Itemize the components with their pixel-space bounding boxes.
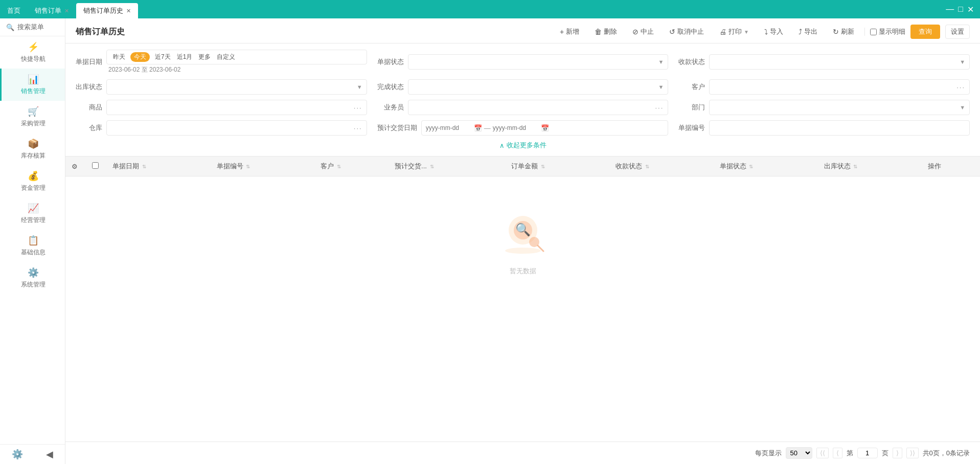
filter-complete-status-control[interactable]: ▼	[408, 79, 669, 95]
sidebar-item-base-info-label: 基础信息	[21, 248, 45, 257]
close-button[interactable]: ✕	[967, 5, 974, 14]
new-button[interactable]: + 新增	[555, 25, 584, 38]
tab-home[interactable]: 首页	[0, 3, 28, 18]
search-icon: 🔍	[6, 24, 14, 31]
page-size-select[interactable]: 10 20 50 100	[786, 447, 812, 459]
filter-row-1: 单据日期 昨天 今天 近7天 近1月 更多 自定义 2023-06-02 至 2…	[76, 50, 970, 74]
tab-sales-order-history[interactable]: 销售订单历史 ✕	[76, 3, 138, 18]
cancel-stop-button[interactable]: ↺ 取消中止	[664, 25, 709, 38]
cancel-stop-icon: ↺	[669, 28, 675, 36]
toolbar-divider	[864, 28, 865, 36]
warehouse-dots-icon: ···	[354, 124, 362, 132]
filter-delivery-date-control[interactable]: 📅 — 📅	[421, 120, 669, 136]
date-yesterday-btn[interactable]: 昨天	[113, 53, 125, 61]
table-settings-icon[interactable]: ⚙	[72, 163, 78, 170]
total-records-text: 共0页，0条记录	[923, 449, 970, 458]
filter-customer-control[interactable]: ···	[709, 79, 970, 95]
calendar-start-icon[interactable]: 📅	[474, 124, 482, 132]
sidebar-item-purchase-mgmt-label: 采购管理	[21, 119, 45, 128]
sidebar-settings-button[interactable]: ⚙️	[12, 449, 23, 460]
th-delivery-date-label: 预计交货...	[395, 162, 427, 170]
th-out-status-label: 出库状态	[824, 162, 851, 170]
page-number-input[interactable]	[857, 448, 878, 458]
query-label: 查询	[919, 27, 932, 36]
filter-date-control[interactable]: 昨天 今天 近7天 近1月 更多 自定义	[106, 50, 367, 64]
collapse-btn[interactable]: ∧ 收起更多条件	[76, 141, 970, 150]
settings-button[interactable]: 设置	[945, 25, 970, 39]
th-payment-status[interactable]: 收款状态 ⇅	[609, 157, 714, 176]
print-label: 打印	[728, 27, 742, 36]
sidebar-item-sales-mgmt[interactable]: 📊 销售管理	[0, 69, 65, 101]
sidebar-item-base-info[interactable]: 📋 基础信息	[0, 230, 65, 262]
filter-payment-status-label: 收款状态	[678, 57, 709, 67]
import-button[interactable]: ⤵ 导入	[759, 25, 788, 38]
refresh-button[interactable]: ↻ 刷新	[828, 25, 859, 38]
th-delivery-date-sort-icon: ⇅	[430, 164, 434, 169]
filter-out-status-control[interactable]: ▼	[106, 79, 367, 95]
collapse-label: 收起更多条件	[507, 141, 546, 150]
sidebar-item-sys-mgmt-label: 系统管理	[21, 280, 45, 289]
tab-sales-order-close[interactable]: ✕	[64, 8, 69, 14]
th-checkbox[interactable]	[86, 157, 106, 176]
delivery-date-end-input[interactable]	[493, 124, 539, 131]
department-arrow-icon: ▼	[960, 104, 965, 111]
filter-department-control[interactable]: ▼	[709, 100, 970, 115]
filter-goods: 商品 ···	[76, 100, 367, 115]
th-number-label: 单据编号	[217, 162, 243, 170]
first-page-button[interactable]: ⟨⟨	[816, 448, 829, 458]
export-button[interactable]: ⤴ 导出	[793, 25, 823, 38]
sidebar-item-inventory[interactable]: 📦 库存核算	[0, 133, 65, 165]
delete-button[interactable]: 🗑 删除	[589, 25, 622, 38]
filter-payment-status-control[interactable]: ▼	[709, 54, 970, 70]
display-cols-checkbox[interactable]	[870, 29, 877, 35]
th-settings[interactable]: ⚙	[65, 157, 86, 176]
sidebar-search[interactable]: 🔍 搜索菜单	[0, 18, 65, 36]
sidebar-item-quick-nav-label: 快捷导航	[21, 55, 45, 63]
sidebar: 🔍 搜索菜单 ⚡ 快捷导航 📊 销售管理 🛒 采购管理 📦 库存核算 💰 资金管…	[0, 18, 65, 464]
th-customer[interactable]: 客户 ⇅	[314, 157, 389, 176]
sidebar-item-ops-mgmt[interactable]: 📈 经营管理	[0, 197, 65, 230]
sidebar-item-sys-mgmt[interactable]: ⚙️ 系统管理	[0, 262, 65, 294]
filter-goods-control[interactable]: ···	[106, 100, 367, 115]
top-tabs: 首页 销售订单 ✕ 销售订单历史 ✕	[0, 0, 138, 18]
svg-point-0	[505, 248, 541, 254]
tab-sales-order-history-close[interactable]: ✕	[126, 8, 131, 14]
filter-warehouse-control[interactable]: ···	[106, 120, 367, 136]
top-bar-right: — □ ✕	[946, 5, 980, 14]
filter-doc-number-control[interactable]	[709, 120, 970, 136]
date-custom-btn[interactable]: 自定义	[217, 53, 235, 61]
delivery-date-start-input[interactable]	[426, 124, 472, 131]
th-amount[interactable]: 订单金额 ⇅	[505, 157, 609, 176]
sidebar-item-quick-nav[interactable]: ⚡ 快捷导航	[0, 36, 65, 69]
prev-page-button[interactable]: ⟨	[833, 448, 842, 458]
filter-doc-status-label: 单据状态	[377, 57, 408, 67]
minimize-button[interactable]: —	[946, 5, 954, 14]
date-1month-btn[interactable]: 近1月	[177, 53, 193, 61]
svg-text:🔍: 🔍	[515, 222, 531, 237]
th-out-status[interactable]: 出库状态 ⇅	[818, 157, 922, 176]
th-date[interactable]: 单据日期 ⇅	[106, 157, 211, 176]
filter-doc-status-control[interactable]: ▼	[408, 54, 669, 70]
filter-payment-status: 收款状态 ▼	[678, 54, 970, 70]
print-button[interactable]: 🖨 打印 ▼	[714, 25, 754, 38]
query-button[interactable]: 查询	[910, 25, 940, 39]
sidebar-item-finance[interactable]: 💰 资金管理	[0, 165, 65, 197]
next-page-button[interactable]: ⟩	[893, 448, 902, 458]
tab-sales-order[interactable]: 销售订单 ✕	[28, 3, 76, 18]
sidebar-collapse-button[interactable]: ◀	[46, 449, 53, 460]
maximize-button[interactable]: □	[958, 5, 963, 14]
calendar-end-icon[interactable]: 📅	[541, 124, 549, 132]
th-delivery-date[interactable]: 预计交货... ⇅	[389, 157, 505, 176]
stop-button[interactable]: ⊘ 中止	[627, 25, 659, 38]
last-page-button[interactable]: ⟩⟩	[906, 448, 919, 458]
th-number[interactable]: 单据编号 ⇅	[211, 157, 315, 176]
sidebar-item-purchase-mgmt[interactable]: 🛒 采购管理	[0, 101, 65, 133]
filter-salesperson-control[interactable]: ···	[408, 100, 669, 115]
date-7days-btn[interactable]: 近7天	[155, 53, 171, 61]
date-today-badge[interactable]: 今天	[130, 52, 150, 62]
filter-date-label: 单据日期	[76, 57, 106, 67]
refresh-icon: ↻	[833, 28, 839, 36]
select-all-checkbox[interactable]	[92, 162, 99, 169]
th-doc-status[interactable]: 单据状态 ⇅	[714, 157, 818, 176]
date-more-btn[interactable]: 更多	[198, 53, 211, 61]
